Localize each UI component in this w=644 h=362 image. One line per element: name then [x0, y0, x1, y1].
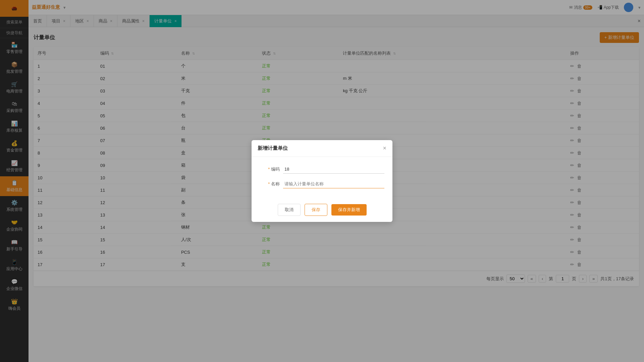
code-label-text: 编码 [271, 167, 280, 172]
code-label: * 编码 [260, 166, 280, 172]
name-required-mark: * [268, 181, 270, 186]
save-button[interactable]: 保存 [305, 204, 327, 216]
save-new-button[interactable]: 保存并新增 [331, 204, 367, 216]
code-required-mark: * [268, 167, 270, 172]
add-unit-modal: 新增计量单位 × * 编码 * 名称 取消 保存 保存并新增 [252, 140, 392, 222]
modal-body: * 编码 * 名称 [252, 157, 392, 200]
code-input[interactable] [283, 165, 384, 174]
form-row-name: * 名称 [260, 180, 384, 188]
modal-overlay[interactable]: 新增计量单位 × * 编码 * 名称 取消 保存 保存并新增 [0, 0, 644, 362]
name-label: * 名称 [260, 181, 280, 187]
modal-header: 新增计量单位 × [252, 140, 392, 157]
name-input[interactable] [283, 180, 384, 188]
modal-title: 新增计量单位 [258, 145, 288, 152]
name-label-text: 名称 [271, 181, 280, 186]
modal-close-btn[interactable]: × [383, 145, 386, 152]
modal-footer: 取消 保存 保存并新增 [252, 200, 392, 222]
cancel-button[interactable]: 取消 [278, 204, 301, 216]
form-row-code: * 编码 [260, 165, 384, 174]
